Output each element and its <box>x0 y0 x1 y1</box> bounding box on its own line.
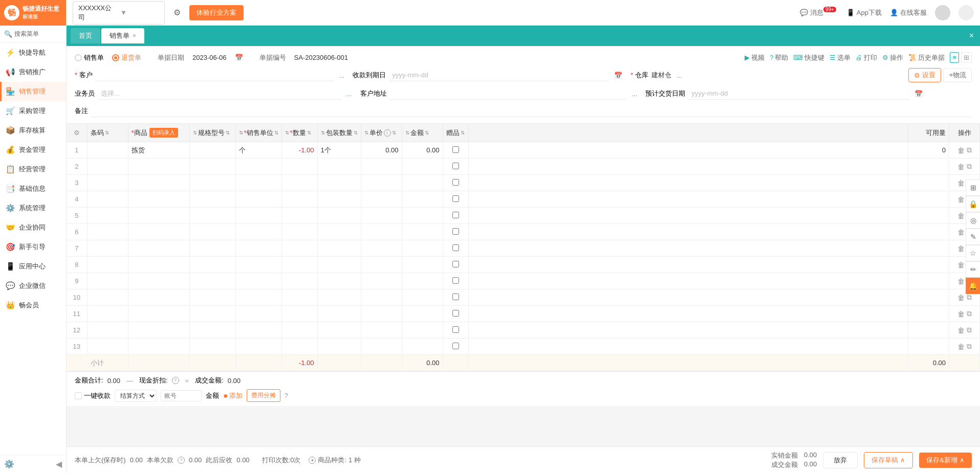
cell-spec[interactable] <box>189 273 235 289</box>
cell-price[interactable] <box>361 322 402 339</box>
calendar-icon[interactable]: 📅 <box>235 54 243 61</box>
cell-goods[interactable] <box>128 159 189 175</box>
delete-icon[interactable]: 🗑 <box>957 228 965 236</box>
cell-gift[interactable] <box>443 322 468 339</box>
float-btn-circle[interactable]: ◎ <box>966 212 980 229</box>
sidebar-settings-icon[interactable]: ⚙️ <box>4 459 14 469</box>
cell-amount[interactable] <box>402 159 443 175</box>
cell-spec[interactable] <box>189 339 235 355</box>
delete-icon[interactable]: 🗑 <box>957 261 965 269</box>
cell-qty[interactable] <box>281 339 317 355</box>
cell-unit[interactable] <box>235 240 281 257</box>
cell-barcode[interactable] <box>87 339 128 355</box>
toolbar-history[interactable]: 📜 历史单据 <box>908 53 945 62</box>
cell-goods[interactable] <box>128 224 189 240</box>
cell-unit[interactable] <box>235 322 281 339</box>
cell-gift[interactable] <box>443 208 468 224</box>
cell-gift[interactable] <box>443 175 468 191</box>
one-click-pay-checkbox[interactable]: 一键收款 <box>75 391 111 400</box>
cell-price[interactable] <box>361 175 402 191</box>
cell-price[interactable] <box>361 224 402 240</box>
cell-goods[interactable] <box>128 208 189 224</box>
message-item[interactable]: 💬 消息 99+ <box>800 8 838 17</box>
cell-spec[interactable] <box>189 322 235 339</box>
cell-pkg[interactable] <box>317 273 361 289</box>
cell-goods[interactable] <box>128 191 189 208</box>
cell-qty[interactable] <box>281 289 317 306</box>
sidebar-collapse-icon[interactable]: ◀ <box>56 459 62 469</box>
copy-icon[interactable]: ⧉ <box>967 326 972 334</box>
warehouse-dots[interactable]: ... <box>677 72 682 79</box>
radio-return-order[interactable]: 退货单 <box>112 53 141 62</box>
cell-amount[interactable] <box>402 224 443 240</box>
cell-pkg[interactable] <box>317 240 361 257</box>
cell-gift[interactable] <box>443 257 468 273</box>
delete-icon[interactable]: 🗑 <box>957 277 965 285</box>
cell-price[interactable] <box>361 191 402 208</box>
gift-checkbox[interactable] <box>452 310 459 317</box>
cell-unit[interactable] <box>235 191 281 208</box>
cash-discount-info-icon[interactable]: ? <box>172 377 179 384</box>
cell-barcode[interactable] <box>87 289 128 306</box>
delete-icon[interactable]: 🗑 <box>957 179 965 187</box>
cell-pkg[interactable] <box>317 224 361 240</box>
tab-close-icon[interactable]: × <box>133 32 136 39</box>
cell-spec[interactable] <box>189 289 235 306</box>
copy-icon[interactable]: ⧉ <box>967 293 972 302</box>
gift-checkbox[interactable] <box>452 195 459 202</box>
cell-spec[interactable] <box>189 257 235 273</box>
cell-spec[interactable] <box>189 240 235 257</box>
receipt-date-input[interactable] <box>389 69 609 81</box>
delete-icon[interactable]: 🗑 <box>957 343 965 351</box>
cell-pkg[interactable] <box>317 257 361 273</box>
cell-gift[interactable] <box>443 339 468 355</box>
cell-price[interactable] <box>361 273 402 289</box>
cell-barcode[interactable] <box>87 322 128 339</box>
cell-barcode[interactable] <box>87 306 128 322</box>
tab-bar-close-icon[interactable]: × <box>969 31 974 40</box>
cell-unit[interactable]: 个 <box>235 142 281 159</box>
cell-barcode[interactable] <box>87 191 128 208</box>
sidebar-item-purchase[interactable]: 🛒 采购管理 <box>0 101 66 121</box>
cell-gift[interactable] <box>443 273 468 289</box>
cell-amount[interactable] <box>402 322 443 339</box>
cell-price[interactable] <box>361 257 402 273</box>
cell-amount[interactable] <box>402 208 443 224</box>
delete-icon[interactable]: 🗑 <box>957 294 965 302</box>
cell-gift[interactable] <box>443 191 468 208</box>
settings-btn[interactable]: ⚙ 设置 <box>908 68 941 82</box>
cell-price[interactable] <box>361 240 402 257</box>
cell-pkg[interactable] <box>317 339 361 355</box>
cell-pkg[interactable] <box>317 306 361 322</box>
cell-price[interactable] <box>361 306 402 322</box>
cell-barcode[interactable] <box>87 224 128 240</box>
user-avatar[interactable] <box>935 5 950 20</box>
cell-pkg[interactable] <box>317 289 361 306</box>
debit-info-icon[interactable]: ? <box>178 457 185 464</box>
sidebar-item-member[interactable]: 👑 畅会员 <box>0 296 66 315</box>
settle-method-select[interactable]: 结算方式 <box>115 390 157 402</box>
price-info-icon[interactable]: i <box>384 129 391 137</box>
cell-spec[interactable] <box>189 306 235 322</box>
cell-gift[interactable] <box>443 289 468 306</box>
cell-goods[interactable] <box>128 257 189 273</box>
salesperson-dots[interactable]: ... <box>346 90 352 98</box>
delete-icon[interactable]: 🗑 <box>957 163 965 171</box>
cell-barcode[interactable] <box>87 240 128 257</box>
cell-qty[interactable] <box>281 257 317 273</box>
toolbar-shortcut[interactable]: ⌨ 快捷键 <box>793 53 824 62</box>
cell-unit[interactable] <box>235 224 281 240</box>
cell-barcode[interactable] <box>87 208 128 224</box>
cell-goods[interactable] <box>128 240 189 257</box>
cell-pkg[interactable] <box>317 208 361 224</box>
expected-date-input[interactable] <box>688 87 909 100</box>
tab-home[interactable]: 首页 <box>71 28 100 43</box>
customer-addr-dots[interactable]: ... <box>632 90 638 98</box>
copy-icon[interactable]: ⧉ <box>967 309 972 318</box>
cell-spec[interactable] <box>189 175 235 191</box>
toolbar-print[interactable]: 🖨 打印 <box>856 53 877 62</box>
gift-checkbox[interactable] <box>452 179 459 186</box>
cell-qty[interactable] <box>281 159 317 175</box>
delete-icon[interactable]: 🗑 <box>957 326 965 334</box>
cell-pkg[interactable] <box>317 191 361 208</box>
